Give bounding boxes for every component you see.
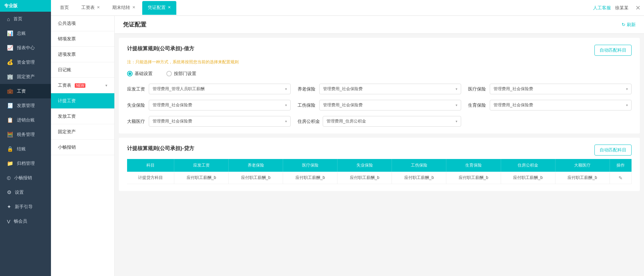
select-yiliao[interactable]: 管理费用_社会保险费 ▾ [490,84,632,94]
label-shengyu: 生育保险 [468,102,487,108]
sidebar-item-ledger[interactable]: 📊 总账 [0,26,51,41]
tab-voucher-config-close[interactable]: ✕ [168,5,171,10]
form-item-yiliao: 医疗保险 管理费用_社会保险费 ▾ [468,84,632,94]
td-gongjijin: 应付职工薪酬_b [501,172,555,184]
section-credit-title: 计提核算规则(公司承担)-贷方 [127,145,194,152]
table-row: 计提贷方科目 应付职工薪酬_b 应付职工薪酬_b 应付职工薪酬_b 应付职工薪酬… [127,172,632,184]
label-yingfa: 应发工资 [127,86,146,92]
th-yanglao: 养老保险 [229,159,283,172]
th-action: 操作 [610,159,631,172]
th-shengyu: 生育保险 [446,159,501,172]
td-action[interactable]: ✎ [610,172,631,184]
fixed-icon: 🏢 [7,74,13,80]
sidebar-item-close[interactable]: 🔒 结账 [0,142,51,156]
sidebar-item-invoice[interactable]: 🧾 发票管理 [0,98,51,113]
form-item-yingfa: 应发工资 管理费用_管理人员职工薪酬 ▾ [127,84,291,94]
customer-service-label[interactable]: 人工客服 [593,5,611,11]
left-nav-pay-salary[interactable]: 发放工资 [51,109,114,124]
tab-period-close[interactable]: 期末结转 ✕ [107,1,141,15]
select-shiye[interactable]: 管理费用_社会保险费 ▾ [149,100,291,110]
select-yingfa[interactable]: 管理费用_管理人员职工薪酬 ▾ [149,84,291,94]
app-title: 专业版 [0,0,51,12]
left-nav-public[interactable]: 公共选项 [51,16,114,31]
th-yiliao: 医疗保险 [283,159,337,172]
select-shengyu[interactable]: 管理费用_社会保险费 ▾ [490,100,632,110]
credit-table: 科目 应发工资 养老保险 医疗保险 失业保险 工伤保险 生育保险 住房公积金 大… [127,159,632,184]
sidebar-item-member[interactable]: V 畅会员 [0,214,51,229]
label-yanglao: 养老保险 [298,86,316,92]
page-title: 凭证配置 [123,21,146,29]
sidebar-item-settings[interactable]: ⚙ 设置 [0,185,51,200]
th-daeyiliao: 大额医疗 [555,159,610,172]
left-nav-input-invoice[interactable]: 进项发票 [51,47,114,62]
username: 徐某某 [615,5,629,11]
left-nav-cancel-invoice[interactable]: 销项发票 [51,31,114,47]
label-shiye: 失业保险 [127,102,146,108]
edit-icon[interactable]: ✎ [619,175,623,181]
form-item-yanglao: 养老保险 管理费用_社会保险费 ▾ [298,84,461,94]
sidebar-item-xiaochang[interactable]: © 小畅报销 [0,171,51,185]
auto-match-debit-button[interactable]: 自动匹配科目 [594,45,632,56]
sidebar-item-fund[interactable]: 💰 资金管理 [0,55,51,70]
td-shengyu: 应付职工薪酬_b [446,172,501,184]
label-yiliao: 医疗保险 [468,86,487,92]
sidebar-item-tax[interactable]: 🧮 税务管理 [0,127,51,142]
sidebar: 专业版 ⌂ 首页 📊 总账 📈 报表中心 💰 资金管理 🏢 固定资产 💼 工资 … [0,0,51,276]
form-item-daeyiliao: 大额医疗 管理费用_社会保险费 ▾ [127,116,291,127]
left-nav-journal[interactable]: 日记账 [51,62,114,78]
settings-icon: ⚙ [7,189,11,195]
section-debit-header: 计提核算规则(公司承担)-借方 自动匹配科目 [127,45,632,56]
new-badge: NEW [75,83,85,88]
topbar-right: 人工客服 徐某某 ✕ [593,4,641,12]
report-icon: 📈 [7,45,13,51]
tab-home[interactable]: 首页 [54,1,74,15]
left-nav-expense[interactable]: 小畅报销 [51,140,114,155]
xiaochang-icon: © [7,175,11,181]
th-subject: 科目 [127,159,174,172]
sidebar-item-report[interactable]: 📈 报表中心 [0,41,51,55]
radio-dept[interactable]: 按部门设置 [166,71,196,77]
chevron-down-icon: ▾ [285,103,287,107]
form-item-gongshang: 工伤保险 管理费用_社会保险费 ▾ [298,100,461,110]
sidebar-item-home[interactable]: ⌂ 首页 [0,12,51,26]
form-item-shiye: 失业保险 管理费用_社会保险费 ▾ [127,100,291,110]
sidebar-item-purchase[interactable]: 📋 进销台账 [0,113,51,127]
left-nav-salary-table[interactable]: 工资表 NEW ▾ [51,78,114,93]
select-daeyiliao[interactable]: 管理费用_社会保险费 ▾ [149,116,291,127]
left-nav-fixed-assets[interactable]: 固定资产 [51,124,114,140]
refresh-button[interactable]: ↻ 刷新 [622,22,636,28]
sidebar-item-guide[interactable]: ✦ 新手引导 [0,200,51,214]
label-gongshang: 工伤保险 [298,102,316,108]
td-subject: 计提贷方科目 [127,172,174,184]
tab-salary-table[interactable]: 工资表 ✕ [76,1,105,15]
radio-dept-circle[interactable] [166,71,172,76]
label-daeyiliao: 大额医疗 [127,118,146,125]
sidebar-item-archive[interactable]: 📁 归档管理 [0,156,51,171]
auto-match-credit-button[interactable]: 自动匹配科目 [594,145,632,156]
select-gongjijin[interactable]: 管理费用_住房公积金 ▾ [323,116,461,127]
window-close-button[interactable]: ✕ [635,4,641,12]
select-gongshang[interactable]: 管理费用_社会保险费 ▾ [319,100,461,110]
chevron-down-icon: ▾ [105,83,107,88]
chevron-down-icon: ▾ [285,119,287,123]
page-header: 凭证配置 ↻ 刷新 [115,16,644,34]
td-yingfa: 应付职工薪酬_b [174,172,229,184]
select-yanglao[interactable]: 管理费用_社会保险费 ▾ [319,84,461,94]
sidebar-item-fixed[interactable]: 🏢 固定资产 [0,70,51,84]
tab-period-close-close[interactable]: ✕ [132,5,135,10]
sidebar-item-salary[interactable]: 💼 工资 [0,84,51,98]
left-nav: 公共选项 销项发票 进项发票 日记账 工资表 NEW ▾ 计提工资 发放工资 [51,16,115,276]
tab-voucher-config[interactable]: 凭证配置 ✕ [142,1,176,15]
form-item-gongjijin: 住房公积金 管理费用_住房公积金 ▾ [298,116,461,127]
fund-icon: 💰 [7,59,13,65]
radio-basic[interactable]: 基础设置 [127,71,153,77]
left-nav-calc-salary[interactable]: 计提工资 [51,93,114,109]
chevron-down-icon: ▾ [456,87,457,91]
th-gongjijin: 住房公积金 [501,159,555,172]
chevron-down-icon: ▾ [285,87,287,91]
purchase-icon: 📋 [7,117,13,123]
tab-salary-table-close[interactable]: ✕ [97,5,100,10]
table-header-row: 科目 应发工资 养老保险 医疗保险 失业保险 工伤保险 生育保险 住房公积金 大… [127,159,632,172]
radio-basic-circle[interactable] [127,71,133,76]
chevron-down-icon: ▾ [626,103,628,107]
